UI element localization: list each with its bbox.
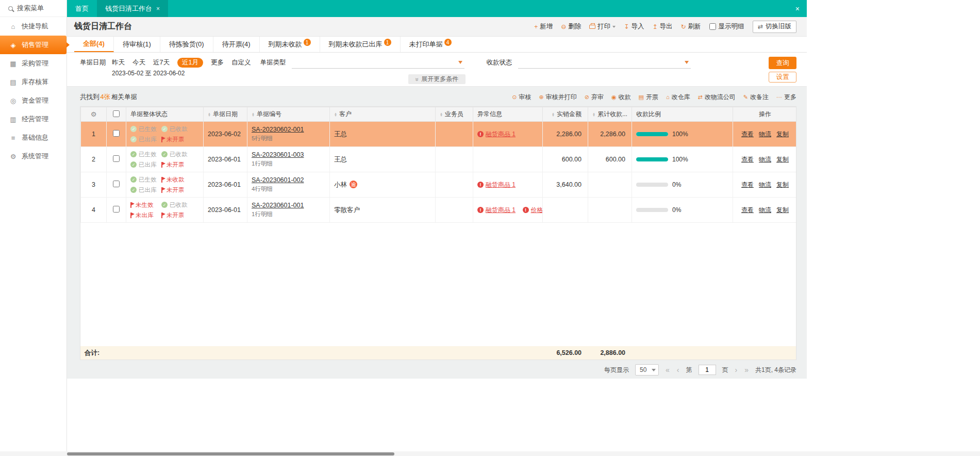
copy-link[interactable]: 复制 <box>776 131 789 138</box>
add-button[interactable]: +新增 <box>534 22 553 31</box>
row-checkbox[interactable] <box>113 181 120 187</box>
exception-link[interactable]: 融货商品 1 <box>477 206 516 215</box>
show-detail-checkbox[interactable]: 显示明细 <box>709 22 744 31</box>
sidebar-item-sales[interactable]: ◈销售管理 <box>0 36 67 54</box>
sort-icon[interactable] <box>334 112 337 117</box>
receive-payment-button[interactable]: ◉收款 <box>611 93 631 102</box>
delete-button[interactable]: ⊖删除 <box>561 22 581 31</box>
tab-home[interactable]: 首页 <box>67 0 97 17</box>
copy-link[interactable]: 复制 <box>776 206 789 214</box>
sidebar-item-basic-info[interactable]: ≡基础信息 <box>0 128 67 147</box>
settings-button[interactable]: 设置 <box>769 72 796 83</box>
change-logistics-button[interactable]: ⇄改物流公司 <box>698 93 736 102</box>
view-link[interactable]: 查看 <box>741 131 754 138</box>
date-option-more[interactable]: 更多 <box>211 57 224 68</box>
doc-number-link[interactable]: SA-20230601-001 <box>252 202 304 209</box>
doc-no-header[interactable]: 单据编号 <box>247 107 330 122</box>
refresh-button[interactable]: ↻刷新 <box>680 22 701 31</box>
doc-number-link[interactable]: SA-20230601-002 <box>252 176 304 184</box>
copy-link[interactable]: 复制 <box>776 156 789 163</box>
last-page-icon[interactable]: » <box>744 366 749 374</box>
logistics-link[interactable]: 物流 <box>759 156 771 163</box>
audit-button[interactable]: ⊙审核 <box>512 93 531 102</box>
row-checkbox[interactable] <box>113 130 120 137</box>
filter-tab-pending-pick[interactable]: 待拣验货(0) <box>160 37 213 52</box>
sidebar-item-funds[interactable]: ◎资金管理 <box>0 91 67 110</box>
date-option-custom[interactable]: 自定义 <box>231 57 251 68</box>
next-page-icon[interactable]: › <box>735 366 738 374</box>
select-all-checkbox[interactable] <box>113 110 120 117</box>
import-button[interactable]: ↧导入 <box>624 22 644 31</box>
sidebar-item-operations[interactable]: ▥经营管理 <box>0 110 67 128</box>
table-row[interactable]: 1 已生效 已收款 已出库 未开票 2023-06-02 <box>81 122 797 147</box>
horizontal-scrollbar[interactable] <box>0 451 980 456</box>
show-detail-checkbox-input[interactable] <box>709 23 716 30</box>
filter-tab-unprinted[interactable]: 未打印单据4 <box>401 37 460 52</box>
first-page-icon[interactable]: « <box>665 366 670 374</box>
switch-old-version-button[interactable]: ⇄切换旧版 <box>753 21 796 33</box>
date-header[interactable]: 单据日期 <box>204 107 247 122</box>
scrollbar-thumb[interactable] <box>67 452 394 455</box>
received-header[interactable]: 累计收款... <box>588 107 632 122</box>
filter-tab-all[interactable]: 全部(4) <box>74 37 114 52</box>
tab-workbench[interactable]: 钱货日清工作台 × <box>97 0 168 17</box>
logistics-link[interactable]: 物流 <box>759 131 771 138</box>
doc-number-link[interactable]: SA-20230601-003 <box>252 151 304 158</box>
table-row[interactable]: 2 已生效 已收款 已出库 未开票 2023-06-01 <box>81 147 797 172</box>
sidebar-search[interactable]: 搜索菜单 <box>0 0 67 17</box>
doc-type-select[interactable] <box>292 57 464 69</box>
view-link[interactable]: 查看 <box>741 156 754 163</box>
payment-status-select[interactable] <box>518 57 691 69</box>
sidebar-item-quick-nav[interactable]: ⌂快捷导航 <box>0 17 67 36</box>
page-number-input[interactable] <box>699 365 716 375</box>
exception-link[interactable]: 价格异常 <box>523 206 543 215</box>
invoice-button[interactable]: ▤开票 <box>639 93 658 102</box>
logistics-link[interactable]: 物流 <box>759 206 771 214</box>
date-option-1month[interactable]: 近1月 <box>177 58 203 68</box>
view-link[interactable]: 查看 <box>741 206 754 214</box>
prev-page-icon[interactable]: ‹ <box>676 366 680 374</box>
sort-icon[interactable] <box>208 112 211 117</box>
amount-header[interactable]: 实销金额 <box>543 107 588 122</box>
column-settings-header[interactable]: ⚙ <box>81 107 107 122</box>
salesman-header[interactable]: 业务员 <box>436 107 473 122</box>
date-option-yesterday[interactable]: 昨天 <box>112 57 125 68</box>
table-row[interactable]: 3 已生效 未收款 已出库 未开票 2023-06-01 <box>81 172 797 198</box>
sort-icon[interactable] <box>440 112 443 117</box>
logistics-link[interactable]: 物流 <box>759 181 771 188</box>
table-row[interactable]: 4 未生效 已收款 未出库 未开票 2023-06-01 <box>81 198 797 223</box>
filter-tab-due-unpaid-shipped[interactable]: 到期未收款已出库1 <box>320 37 401 52</box>
doc-number-link[interactable]: SA-20230602-001 <box>252 126 304 133</box>
exception-link[interactable]: 融货商品 1 <box>477 181 516 189</box>
query-button[interactable]: 查询 <box>769 57 796 69</box>
sort-icon[interactable] <box>552 112 555 117</box>
customer-header[interactable]: 客户 <box>330 107 436 122</box>
close-all-icon[interactable]: × <box>795 0 800 17</box>
sidebar-item-inventory[interactable]: ▤库存核算 <box>0 73 67 91</box>
sort-icon[interactable] <box>252 112 255 117</box>
filter-tab-pending-audit[interactable]: 待审核(1) <box>114 37 160 52</box>
filter-tab-due-unpaid[interactable]: 到期未收款1 <box>260 37 320 52</box>
tab-close-icon[interactable]: × <box>156 5 160 12</box>
date-option-today[interactable]: 今天 <box>132 57 145 68</box>
view-link[interactable]: 查看 <box>741 181 754 188</box>
date-option-7days[interactable]: 近7天 <box>153 57 170 68</box>
copy-link[interactable]: 复制 <box>776 181 789 188</box>
per-page-select[interactable]: 50 <box>635 364 659 376</box>
sidebar-item-purchase[interactable]: ▦采购管理 <box>0 54 67 73</box>
row-checkbox[interactable] <box>113 155 120 162</box>
change-note-button[interactable]: ✎改备注 <box>743 93 769 102</box>
print-button[interactable]: 打印 <box>589 22 616 31</box>
sidebar-item-system[interactable]: ⚙系统管理 <box>0 147 67 166</box>
filter-tab-pending-invoice[interactable]: 待开票(4) <box>213 37 260 52</box>
sort-icon[interactable] <box>592 112 595 117</box>
audit-print-button[interactable]: ⊕审核并打印 <box>539 93 576 102</box>
change-warehouse-button[interactable]: ⌂改仓库 <box>666 93 690 102</box>
exception-link[interactable]: 融货商品 1 <box>477 130 516 139</box>
more-button[interactable]: ⋯更多 <box>776 93 796 102</box>
expand-more-button[interactable]: »展开更多条件 <box>408 74 466 84</box>
export-button[interactable]: ↥导出 <box>652 22 672 31</box>
row-checkbox[interactable] <box>113 206 120 213</box>
unaudit-button[interactable]: ⊘弃审 <box>585 93 604 102</box>
exception-label: 融货商品 1 <box>486 130 516 139</box>
